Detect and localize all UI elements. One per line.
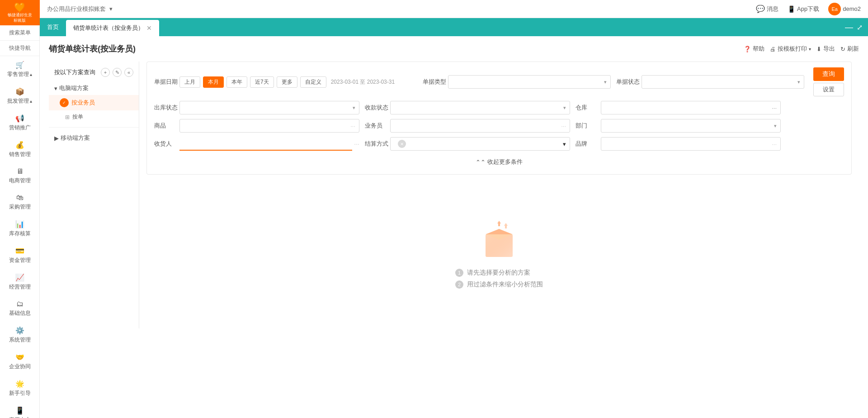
help-btn[interactable]: ❓ 帮助: [744, 45, 764, 53]
date-this-month-btn[interactable]: 本月: [203, 76, 224, 88]
sidebar-item-operations[interactable]: 📈 经营管理: [0, 269, 39, 295]
empty-step-2: 2 用过滤条件来缩小分析范围: [455, 280, 543, 289]
base-icon: 🗂: [16, 300, 24, 308]
system-icon: ⚙️: [15, 326, 24, 335]
tab-minimize-btn[interactable]: —: [845, 23, 853, 32]
scheme-edit-btn[interactable]: ✎: [113, 68, 122, 77]
receiver-dots-icon[interactable]: ···: [354, 140, 359, 147]
marketing-icon: 📢: [15, 114, 24, 123]
sidebar-item-retail[interactable]: 🛒 零售管理 ▴: [0, 56, 39, 83]
sidebar-item-newbie[interactable]: 🌟 新手引导: [0, 375, 39, 402]
filter-row-3: 商品 ··· 业务员 ···: [154, 119, 844, 133]
content-area: 销货单统计表(按业务员) ❓ 帮助 🖨 按模板打印 ▾ ⬇ 导出: [40, 36, 868, 418]
app-download-btn[interactable]: 📱 App下载: [788, 5, 819, 13]
date-last-month-btn[interactable]: 上月: [179, 76, 200, 88]
sidebar-item-sales[interactable]: 💰 销售管理: [0, 136, 39, 163]
sidebar-item-wholesale[interactable]: 📦 批发管理 ▴: [0, 83, 39, 109]
filter-receiver-input[interactable]: [179, 137, 352, 151]
scheme-sub-item-order-label: 按单: [72, 113, 83, 121]
tab-sales-stat[interactable]: 销货单统计表（按业务员） ✕: [66, 20, 159, 36]
header-left: 办公用品行业模拟账套 ▾: [47, 5, 113, 13]
filter-outstatus-select[interactable]: ▾: [179, 101, 359, 114]
scheme-edit-icon: ✎: [115, 70, 119, 76]
filter-docstatus-select[interactable]: ▾: [642, 75, 804, 89]
date-last7-btn[interactable]: 近7天: [250, 76, 274, 88]
date-more-btn[interactable]: 更多: [277, 76, 297, 88]
sidebar-item-inventory[interactable]: 📊 库存核算: [0, 215, 39, 242]
tab-home-label: 首页: [47, 23, 59, 31]
template-print-btn[interactable]: 🖨 按模板打印 ▾: [770, 45, 811, 53]
scheme-collapse-btn[interactable]: «: [124, 68, 133, 77]
tab-close-icon[interactable]: ✕: [146, 24, 152, 32]
date-this-year-btn[interactable]: 本年: [226, 76, 247, 88]
export-btn[interactable]: ⬇ 导出: [816, 45, 835, 53]
sidebar-item-system[interactable]: ⚙️ 系统管理: [0, 322, 39, 348]
sidebar-item-finance[interactable]: 💳 资金管理: [0, 242, 39, 269]
step2-num: 2: [455, 280, 463, 289]
quick-nav-item[interactable]: 快捷导航: [0, 41, 39, 56]
outstatus-chevron-icon: ▾: [353, 105, 355, 111]
logo-text: 畅捷通好生意: [8, 13, 32, 18]
scheme-item-salesperson[interactable]: ✓ 按业务员: [49, 95, 139, 110]
template-print-arrow: ▾: [809, 47, 811, 52]
right-panel: 单据日期 上月 本月 本年 近7天 更多 自定义 2023-03-01 至 20…: [139, 62, 859, 328]
filter-docstatus-label: 单据状态: [616, 78, 642, 86]
filter-goods-label: 商品: [154, 122, 179, 130]
collapse-btn[interactable]: ⌃⌃ 收起更多条件: [476, 158, 523, 166]
refresh-btn[interactable]: ↻ 刷新: [840, 45, 859, 53]
query-btn[interactable]: 查询: [813, 67, 844, 81]
date-custom-btn[interactable]: 自定义: [300, 76, 326, 88]
message-btn[interactable]: 💬 消息: [756, 5, 778, 13]
scheme-add-btn[interactable]: +: [101, 68, 110, 77]
sidebar-item-cooperation-label: 企业协同: [9, 363, 31, 370]
filter-settlement-label: 结算方式: [365, 140, 390, 148]
mobile-scheme-section: ▶ 移动端方案: [49, 129, 139, 147]
filter-brand-select[interactable]: ···: [601, 137, 781, 151]
search-menu-item[interactable]: 搜索菜单: [0, 25, 39, 41]
refresh-label: 刷新: [847, 45, 859, 53]
filter-collection-select[interactable]: ▾: [390, 101, 570, 114]
collection-chevron-icon: ▾: [563, 105, 566, 111]
refresh-icon: ↻: [840, 46, 845, 52]
filter-field-goods: 商品 ···: [154, 119, 359, 133]
sidebar-item-base-label: 基础信息: [9, 309, 31, 317]
search-menu-label: 搜索菜单: [9, 29, 31, 36]
filter-goods-select[interactable]: ···: [179, 119, 359, 133]
filter-salesperson-select[interactable]: ···: [390, 119, 570, 133]
settings-btn[interactable]: 设置: [813, 83, 844, 96]
filter-doctype-select[interactable]: ▾: [448, 75, 611, 89]
left-panel: 按以下方案查询 + ✎ «: [49, 62, 139, 328]
scheme-sub-item-order[interactable]: ⊞ 按单: [49, 110, 139, 124]
two-panel: 按以下方案查询 + ✎ «: [49, 62, 859, 328]
mobile-scheme-header[interactable]: ▶ 移动端方案: [49, 131, 139, 145]
sidebar-item-marketing[interactable]: 📢 营销推广: [0, 109, 39, 136]
filter-field-doctype: 单据类型 ▾: [423, 75, 611, 89]
filter-field-salesperson: 业务员 ···: [365, 119, 570, 133]
filter-area: 单据日期 上月 本月 本年 近7天 更多 自定义 2023-03-01 至 20…: [146, 62, 852, 175]
avatar: Ea: [828, 3, 841, 15]
desktop-scheme-header[interactable]: ▾ 电脑端方案: [49, 81, 139, 95]
sidebar-item-appcenter[interactable]: 📱 应用中心: [0, 402, 39, 418]
sidebar-item-base[interactable]: 🗂 基础信息: [0, 295, 39, 322]
brand-dots-icon: ···: [772, 141, 777, 147]
tab-home[interactable]: 首页: [40, 18, 66, 36]
sidebar-item-purchase[interactable]: 🛍 采购管理: [0, 189, 39, 215]
header-right: 💬 消息 📱 App下载 Ea demo2: [756, 3, 861, 15]
filter-field-department: 部门 ▾: [576, 119, 781, 133]
sidebar-item-cooperation[interactable]: 🤝 企业协同: [0, 348, 39, 375]
user-profile[interactable]: Ea demo2: [828, 3, 861, 15]
tab-maximize-btn[interactable]: ⤢: [857, 23, 863, 32]
filter-salesperson-label: 业务员: [365, 122, 390, 130]
filter-settlement-select[interactable]: ✕ ▾: [390, 137, 570, 151]
sidebar-item-ecommerce[interactable]: 🖥 电商管理: [0, 163, 39, 189]
filter-row-1: 单据日期 上月 本月 本年 近7天 更多 自定义 2023-03-01 至 20…: [154, 67, 844, 96]
sales-icon: 💰: [15, 141, 24, 149]
sidebar-item-appcenter-label: 应用中心: [9, 416, 31, 418]
filter-warehouse-select[interactable]: ···: [601, 101, 781, 114]
settlement-clear-btn[interactable]: ✕: [398, 140, 406, 148]
print-icon: 🖨: [770, 46, 776, 52]
filter-department-select[interactable]: ▾: [601, 119, 781, 133]
mobile-scheme-arrow: ▶: [54, 135, 59, 142]
filter-field-outstatus: 出库状态 ▾: [154, 101, 359, 114]
breadcrumb-arrow[interactable]: ▾: [109, 5, 113, 12]
